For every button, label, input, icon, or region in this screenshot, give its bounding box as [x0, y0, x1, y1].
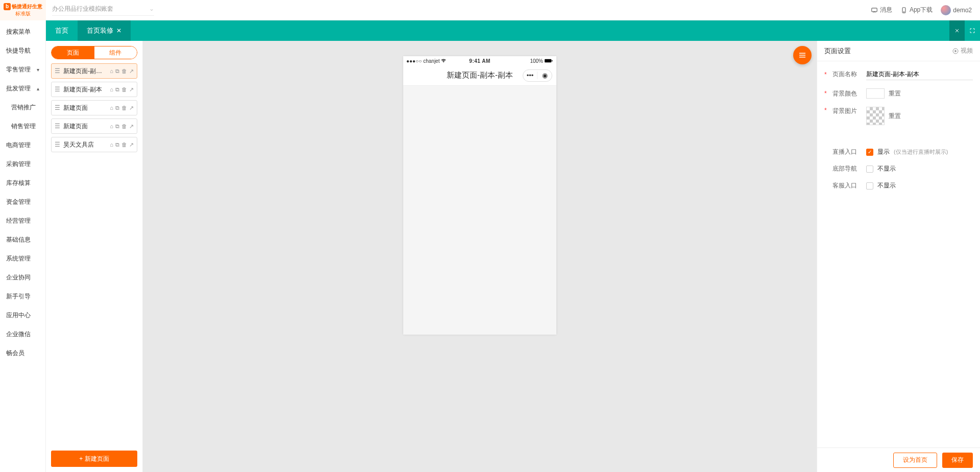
copy-icon[interactable]: ⧉	[115, 123, 119, 130]
page-item[interactable]: ☰ 新建页面 ⌂⧉🗑↗	[51, 100, 137, 115]
field-bgimg: * 背景图片 重置	[824, 107, 973, 125]
tabs-close-all[interactable]	[949, 20, 965, 41]
delete-icon[interactable]: 🗑	[121, 105, 127, 111]
panel-toggle-button[interactable]	[793, 46, 812, 64]
drag-icon[interactable]: ☰	[55, 86, 60, 93]
home-icon[interactable]: ⌂	[110, 105, 113, 111]
signal-icon: ●●●○○	[406, 58, 422, 64]
new-page-button[interactable]: + 新建页面	[51, 451, 137, 467]
video-link[interactable]: 视频	[952, 46, 973, 55]
segment-page[interactable]: 页面	[52, 46, 94, 59]
sidebar-item-marketing[interactable]: 营销推广	[0, 98, 45, 117]
user-menu[interactable]: demo2	[941, 5, 972, 15]
sidebar-item-inventory[interactable]: 库存核算	[0, 174, 45, 193]
copy-icon[interactable]: ⧉	[115, 68, 119, 75]
set-home-button[interactable]: 设为首页	[893, 453, 937, 468]
delete-icon[interactable]: 🗑	[121, 123, 127, 130]
sidebar-item-wholesale[interactable]: 批发管理▴	[0, 79, 45, 98]
share-icon[interactable]: ↗	[129, 86, 134, 93]
page-item[interactable]: ☰ 新建页面 ⌂⧉🗑↗	[51, 119, 137, 134]
checkbox-service[interactable]	[866, 182, 873, 190]
sidebar-item-sales[interactable]: 销售管理	[0, 117, 45, 136]
sidebar-item-wecom[interactable]: 企业微信	[0, 325, 45, 344]
sidebar-item-member[interactable]: 畅会员	[0, 344, 45, 363]
field-bgcolor: * 背景颜色 重置	[824, 88, 973, 99]
drag-icon[interactable]: ☰	[55, 67, 60, 75]
tab-home[interactable]: 首页	[46, 20, 78, 41]
page-item[interactable]: ☰ 新建页面-副本... ⌂ ⧉ 🗑 ↗	[51, 63, 137, 79]
page-name-input[interactable]	[866, 68, 973, 80]
sidebar-item-funds[interactable]: 资金管理	[0, 193, 45, 211]
sidebar-item-purchase[interactable]: 采购管理	[0, 155, 45, 174]
delete-icon[interactable]: 🗑	[121, 86, 127, 93]
phone-icon	[900, 7, 908, 14]
sidebar-item-appcenter[interactable]: 应用中心	[0, 306, 45, 325]
sidebar-item-search[interactable]: 搜索菜单	[0, 22, 45, 41]
drag-icon[interactable]: ☰	[55, 123, 60, 130]
share-icon[interactable]: ↗	[129, 68, 134, 75]
more-icon[interactable]: •••	[523, 72, 537, 79]
account-selector-label: 办公用品行业模拟账套	[52, 5, 113, 13]
home-icon[interactable]: ⌂	[110, 68, 113, 75]
logo[interactable]: b 畅捷通好生意 标准版	[0, 0, 46, 20]
messages-button[interactable]: 消息	[871, 6, 892, 14]
settings-header: 页面设置 视频	[817, 41, 980, 61]
share-icon[interactable]: ↗	[129, 123, 134, 130]
sidebar-item-retail[interactable]: 零售管理▾	[0, 60, 45, 79]
wifi-icon	[441, 59, 446, 63]
download-button[interactable]: App下载	[900, 6, 933, 14]
caret-down-icon: ▾	[37, 67, 39, 73]
sidebar-item-system[interactable]: 系统管理	[0, 249, 45, 268]
copy-icon[interactable]: ⧉	[115, 86, 119, 93]
settings-title: 页面设置	[824, 46, 851, 56]
close-icon[interactable]: ✕	[116, 27, 121, 34]
tab-decorate[interactable]: 首页装修 ✕	[78, 20, 131, 41]
sidebar-item-collab[interactable]: 企业协同	[0, 268, 45, 287]
svg-point-2	[903, 11, 904, 12]
menu-icon	[798, 51, 807, 60]
sidebar-item-ecommerce[interactable]: 电商管理	[0, 136, 45, 155]
account-selector[interactable]: 办公用品行业模拟账套 ⌄	[52, 5, 154, 16]
image-swatch[interactable]	[866, 107, 885, 125]
battery-icon	[544, 59, 553, 63]
checkbox-bottomnav[interactable]	[866, 166, 873, 173]
home-icon[interactable]: ⌂	[110, 86, 113, 93]
checkbox-live[interactable]: ✓	[866, 149, 873, 156]
tabbar: 首页 首页装修 ✕	[46, 20, 980, 41]
field-live: 直播入口 ✓ 显示 (仅当进行直播时展示)	[824, 148, 973, 156]
target-icon[interactable]: ◉	[537, 72, 552, 79]
phone-title: 新建页面-副本-副本	[447, 70, 513, 80]
page-item[interactable]: ☰ 昊天文具店 ⌂⧉🗑↗	[51, 137, 137, 152]
share-icon[interactable]: ↗	[129, 141, 134, 148]
drag-icon[interactable]: ☰	[55, 141, 60, 148]
sidebar-item-operations[interactable]: 经营管理	[0, 211, 45, 230]
save-button[interactable]: 保存	[942, 453, 973, 468]
page-item-label: 新建页面-副本...	[63, 67, 107, 76]
sidebar-item-quicknav[interactable]: 快捷导航	[0, 41, 45, 60]
color-swatch[interactable]	[866, 88, 885, 99]
copy-icon[interactable]: ⧉	[115, 141, 119, 148]
sidebar-item-guide[interactable]: 新手引导	[0, 287, 45, 306]
tabs-fullscreen[interactable]	[965, 20, 980, 41]
segment-component[interactable]: 组件	[94, 46, 137, 59]
home-icon[interactable]: ⌂	[110, 123, 113, 130]
svg-rect-3	[545, 59, 551, 63]
field-service: 客服入口 不显示	[824, 181, 973, 190]
page-item[interactable]: ☰ 新建页面-副本 ⌂⧉🗑↗	[51, 82, 137, 97]
delete-icon[interactable]: 🗑	[121, 68, 127, 75]
home-icon[interactable]: ⌂	[110, 141, 113, 148]
drag-icon[interactable]: ☰	[55, 104, 60, 111]
share-icon[interactable]: ↗	[129, 105, 134, 111]
svg-rect-0	[872, 8, 877, 11]
canvas: ●●●○○ chanjet 9:41 AM 100%	[143, 41, 817, 472]
copy-icon[interactable]: ⧉	[115, 105, 119, 111]
topbar: b 畅捷通好生意 标准版 办公用品行业模拟账套 ⌄ 消息 App下载 demo2	[0, 0, 980, 20]
reset-bgimg[interactable]: 重置	[889, 112, 901, 121]
sidebar-item-basicinfo[interactable]: 基础信息	[0, 230, 45, 249]
page-panel: 页面 组件 ☰ 新建页面-副本... ⌂ ⧉ 🗑 ↗	[46, 41, 143, 472]
logo-edition: 标准版	[15, 10, 31, 17]
delete-icon[interactable]: 🗑	[121, 141, 127, 148]
fullscreen-icon	[969, 28, 975, 34]
reset-bgcolor[interactable]: 重置	[889, 89, 901, 98]
page-item-label: 新建页面	[63, 122, 107, 131]
